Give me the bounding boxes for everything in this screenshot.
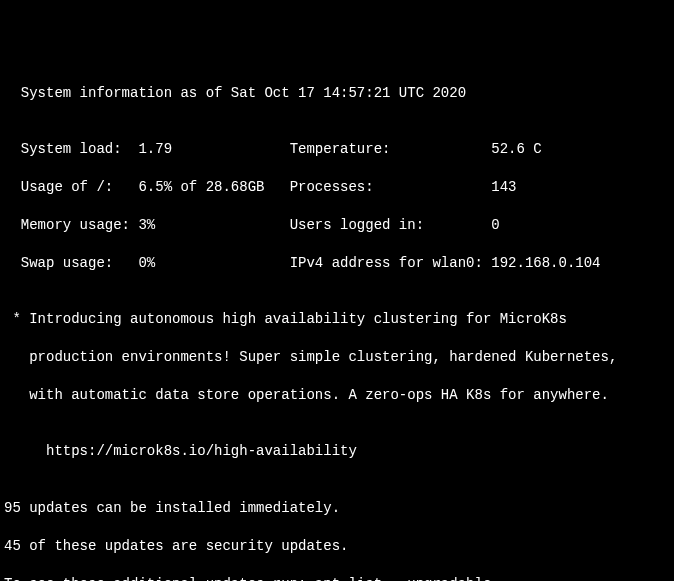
updates-line-2: 45 of these updates are security updates… [4, 537, 670, 556]
system-load-line: System load: 1.79 Temperature: 52.6 C [4, 140, 670, 159]
updates-line-3: To see these additional updates run: apt… [4, 575, 670, 581]
promo-line-2: production environments! Super simple cl… [4, 348, 670, 367]
promo-line-1: * Introducing autonomous high availabili… [4, 310, 670, 329]
promo-url: https://microk8s.io/high-availability [4, 442, 670, 461]
promo-line-3: with automatic data store operations. A … [4, 386, 670, 405]
swap-usage-line: Swap usage: 0% IPv4 address for wlan0: 1… [4, 254, 670, 273]
disk-usage-line: Usage of /: 6.5% of 28.68GB Processes: 1… [4, 178, 670, 197]
memory-usage-line: Memory usage: 3% Users logged in: 0 [4, 216, 670, 235]
updates-line-1: 95 updates can be installed immediately. [4, 499, 670, 518]
system-info-header: System information as of Sat Oct 17 14:5… [4, 84, 670, 103]
